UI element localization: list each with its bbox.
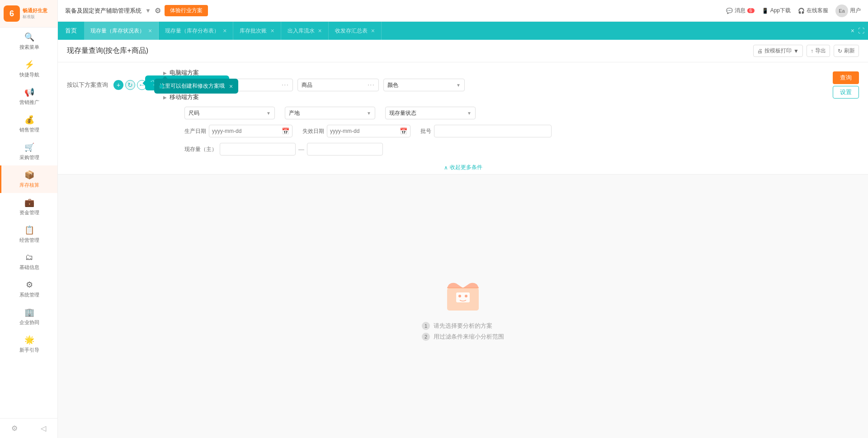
print-dropdown-icon: ▼ (793, 48, 799, 54)
industry-btn[interactable]: 体验行业方案 (165, 5, 208, 16)
quicknav-icon: ⚡ (24, 60, 34, 70)
mfg-date-calendar-icon[interactable]: 📅 (282, 127, 289, 135)
print-btn[interactable]: 🖨 按模板打印 ▼ (753, 45, 803, 57)
scheme-mobile-item: ▶ 移动端方案 (163, 93, 199, 101)
scheme-add-btn[interactable]: + (113, 80, 123, 90)
app-download-action[interactable]: 📱 App下载 (762, 7, 791, 14)
filter-size-field: 尺码 ▼ (184, 107, 275, 119)
exp-date-label: 失效日期 (302, 127, 324, 135)
stock-main-max[interactable] (307, 143, 383, 155)
stock-main-label: 现存量（主） (184, 146, 217, 153)
sidebar-item-sales-label: 销售管理 (19, 127, 39, 133)
guide-icon: 🌟 (24, 335, 34, 345)
tab-inventory-status[interactable]: 现存量（库存状况表） × (84, 22, 159, 40)
sidebar-item-operations-label: 经营管理 (19, 237, 39, 244)
sidebar-item-sales[interactable]: 💰 销售管理 (0, 110, 57, 138)
reset-btn[interactable]: 设置 (833, 86, 859, 99)
tab-collection-summary-label: 收发存汇总表 (335, 27, 368, 35)
tab-inventory-dist-close[interactable]: × (223, 27, 226, 34)
settings-bottom-btn[interactable]: ⚙ (9, 422, 19, 434)
empty-svg (440, 272, 486, 313)
collapse-arrow-icon: ∧ (444, 165, 448, 171)
exp-date-input-wrapper[interactable]: 📅 (327, 125, 410, 137)
exp-date-calendar-icon[interactable]: 📅 (400, 127, 407, 135)
filter-stockstatus-field: 现存量状态 ▼ (385, 107, 476, 119)
logo-icon: 6 (4, 5, 20, 22)
scheme-desktop-arrow: ▶ (163, 71, 167, 75)
batch-label: 批号 (420, 127, 431, 135)
stockstatus-select[interactable]: 现存量状态 ▼ (385, 107, 476, 119)
tab-in-out-flow[interactable]: 出入库流水 × (281, 22, 329, 40)
user-action[interactable]: Ea 用户 (835, 5, 861, 17)
filter-row-3: 生产日期 📅 失效日期 📅 批号 (184, 125, 859, 137)
tooltip2-close[interactable]: × (229, 83, 233, 90)
refresh-btn[interactable]: ↻ 刷新 (834, 45, 859, 57)
tab-batch-account[interactable]: 库存批次账 × (233, 22, 281, 40)
sidebar-item-quicknav[interactable]: ⚡ 快捷导航 (0, 55, 57, 83)
sidebar-item-guide-label: 新手引导 (19, 347, 39, 353)
scheme-list: ▶ 电脑端方案 这里可以创建和修改方案哦 × ▶ 移动端方案 (163, 69, 199, 101)
support-action[interactable]: 🎧 在线客服 (798, 7, 828, 14)
empty-illustration (440, 272, 486, 313)
sidebar-item-finance[interactable]: 💼 资金管理 (0, 193, 57, 221)
sidebar-item-search[interactable]: 🔍 搜索菜单 (0, 28, 57, 55)
tab-close-all-icon[interactable]: × (851, 27, 854, 34)
stock-main-min[interactable] (220, 143, 296, 155)
top-header: 装备及固定资产辅助管理系统 ▼ ⚙ 体验行业方案 💬 消息 6 📱 App下载 … (58, 0, 868, 22)
search-nav-icon: 🔍 (24, 32, 34, 42)
tab-in-out-flow-close[interactable]: × (318, 27, 322, 34)
search-btn[interactable]: 查询 (833, 71, 859, 84)
hint-num-2: 2 (422, 333, 430, 341)
hint-text-1: 请先选择要分析的方案 (434, 322, 492, 330)
sidebar-item-inventory[interactable]: 📦 库存核算 (0, 165, 57, 193)
sidebar-item-enterprise[interactable]: 🏢 企业协同 (0, 303, 57, 330)
tab-inventory-status-close[interactable]: × (148, 27, 152, 34)
mfg-date-input[interactable] (212, 128, 280, 134)
size-select[interactable]: 尺码 ▼ (184, 107, 275, 119)
mfg-date-input-wrapper[interactable]: 📅 (209, 125, 292, 137)
settings-gear-icon[interactable]: ⚙ (155, 6, 161, 15)
tab-in-out-flow-label: 出入库流水 (288, 27, 315, 35)
tab-inventory-dist[interactable]: 现存量（库存分布表） × (159, 22, 233, 40)
filter-origin-field: 产地 ▼ (285, 107, 375, 119)
product-select[interactable]: 商品 ··· (297, 79, 379, 91)
sidebar-item-guide[interactable]: 🌟 新手引导 (0, 330, 57, 358)
sidebar-item-base-label: 基础信息 (19, 264, 39, 271)
page-actions: 🖨 按模板打印 ▼ ↑ 导出 ↻ 刷新 (753, 45, 859, 57)
tab-collection-summary[interactable]: 收发存汇总表 × (329, 22, 382, 40)
tab-batch-account-close[interactable]: × (270, 27, 274, 34)
batch-input[interactable] (434, 125, 552, 137)
origin-select[interactable]: 产地 ▼ (285, 107, 375, 119)
system-dropdown-icon[interactable]: ▼ (145, 7, 151, 14)
color-select[interactable]: 颜色 ▼ (383, 79, 465, 91)
sidebar-item-base[interactable]: 🗂 基础信息 (0, 248, 57, 275)
product-dots: ··· (368, 81, 375, 89)
empty-hints: 1 请先选择要分析的方案 2 用过滤条件来缩小分析范围 (422, 322, 504, 341)
exp-date-input[interactable] (330, 128, 398, 134)
header-right: 💬 消息 6 📱 App下载 🎧 在线客服 Ea 用户 (726, 5, 861, 17)
tab-bar: 首页 现存量（库存状况表） × 现存量（库存分布表） × 库存批次账 × 出入库… (58, 22, 868, 40)
tab-home-label: 首页 (65, 27, 77, 35)
export-btn[interactable]: ↑ 导出 (807, 45, 830, 57)
notification-badge: 6 (747, 8, 755, 13)
user-label: 用户 (850, 7, 861, 14)
print-label: 按模板打印 (764, 47, 792, 55)
sidebar-item-purchase[interactable]: 🛒 采购管理 (0, 138, 57, 165)
filter-collapse-btn[interactable]: ∧ 收起更多条件 (67, 161, 859, 174)
sales-icon: 💰 (24, 115, 34, 125)
sidebar-item-finance-label: 资金管理 (19, 209, 39, 216)
search-buttons: 查询 设置 (833, 71, 859, 99)
collapse-sidebar-btn[interactable]: ◁ (39, 422, 48, 434)
tab-actions: × ⛶ (847, 27, 868, 34)
tab-home[interactable]: 首页 (58, 22, 84, 40)
sidebar-item-system[interactable]: ⚙ 系统管理 (0, 275, 57, 303)
scheme-refresh-btn[interactable]: ↻ (125, 80, 135, 90)
sidebar-item-operations[interactable]: 📋 经营管理 (0, 221, 57, 248)
sidebar-item-marketing[interactable]: 📢 营销推广 (0, 83, 57, 110)
tab-maximize-icon[interactable]: ⛶ (858, 27, 864, 34)
color-label: 颜色 (387, 81, 398, 89)
tab-collection-summary-close[interactable]: × (371, 27, 375, 34)
mfg-date-label: 生产日期 (184, 127, 206, 135)
sidebar: 6 畅通好生意 标准版 🔍 搜索菜单 ⚡ 快捷导航 📢 营销推广 💰 销售管理 (0, 0, 58, 438)
notification-action[interactable]: 💬 消息 6 (726, 7, 755, 14)
